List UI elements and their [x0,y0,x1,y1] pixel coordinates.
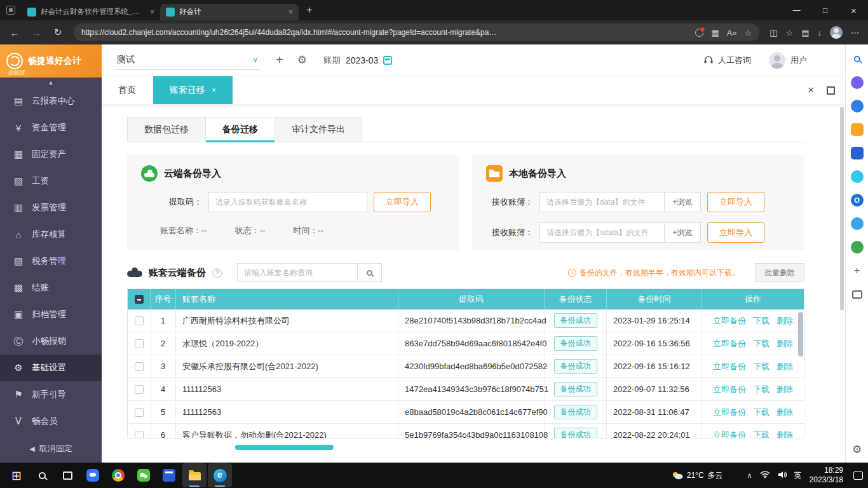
row-checkbox[interactable] [128,309,151,332]
wifi-icon[interactable] [760,471,770,480]
user-menu[interactable]: 用户 [769,52,807,69]
wechat-icon[interactable] [132,463,156,487]
backup-now-link[interactable]: 立即备份 [713,361,746,372]
delete-link[interactable]: 删除 [776,407,793,418]
download-link[interactable]: 下载 [753,315,770,327]
sidebar-unpin-button[interactable]: ◀ 取消固定 [0,435,102,463]
backup-now-link[interactable]: 立即备份 [713,430,746,439]
delete-link[interactable]: 删除 [776,338,793,349]
sidebar-scroll-up-icon[interactable]: ▲ [0,78,102,88]
browser-tab-1[interactable]: 好会计云财务软件管理系统_会计 × [22,4,160,20]
skype-icon[interactable] [850,170,865,184]
backup-now-link[interactable]: 立即备份 [713,407,746,418]
tab-close-icon[interactable]: × [288,8,293,17]
delete-link[interactable]: 删除 [776,430,793,439]
company-select[interactable]: 测试 ∨ [114,51,261,70]
favorites-icon[interactable]: ☆ [786,28,794,37]
notification-center-icon[interactable] [853,471,863,480]
rail-settings-icon[interactable]: ⚙ [850,442,865,456]
sdata-file-input[interactable] [539,222,664,243]
local-import-button[interactable]: 立即导入 [707,192,764,212]
backup-now-link[interactable]: 立即备份 [713,384,746,395]
close-page-icon[interactable]: × [808,84,814,97]
profile-avatar[interactable] [830,26,843,39]
apps-grid-icon[interactable]: ▦ [711,28,719,37]
send-icon[interactable] [850,217,865,231]
shopping-icon[interactable] [850,123,865,137]
tab-home[interactable]: 首页 [102,76,153,104]
select-all-checkbox[interactable] [128,289,151,309]
m365-icon[interactable] [850,146,865,160]
copilot-icon[interactable] [850,76,865,90]
collections-icon[interactable]: ▤ [801,28,809,37]
browse-button[interactable]: +浏览 [664,222,701,243]
tab-close-icon[interactable]: × [212,86,216,95]
task-view-button[interactable] [55,463,79,487]
drop-icon[interactable] [850,99,865,113]
sidebar-item-发票管理[interactable]: ▥发票管理 [0,194,102,221]
download-link[interactable]: 下载 [753,384,770,395]
data-file-input[interactable] [539,192,664,212]
file-explorer-icon[interactable] [182,463,207,487]
sidebar-item-基础设置[interactable]: ⚙基础设置 [0,355,102,381]
fullscreen-icon[interactable] [827,86,835,95]
batch-delete-button[interactable]: 批量删除 [755,263,804,282]
backup-now-link[interactable]: 立即备份 [713,315,746,327]
table-scrollbar[interactable] [798,312,803,356]
horizontal-scrollbar-thumb[interactable] [235,445,334,450]
row-checkbox[interactable] [128,401,151,423]
minimize-button[interactable]: — [782,0,811,20]
sidebar-item-固定资产[interactable]: ▦固定资产 [0,141,102,168]
backup-now-link[interactable]: 立即备份 [713,338,746,349]
sidebar-item-库存核算[interactable]: ⌂库存核算 [0,221,102,248]
tracking-alert-icon[interactable] [695,29,703,37]
add-favorite-icon[interactable]: ☆ [745,28,752,37]
sidebar-item-归档管理[interactable]: ▣归档管理 [0,301,102,328]
start-button[interactable]: ⊞ [4,463,29,487]
settings-gear-icon[interactable]: ⚙ [297,53,307,67]
add-tool-icon[interactable]: + [850,264,865,278]
tab-data-package-migrate[interactable]: 数据包迁移 [127,117,206,142]
close-button[interactable]: × [839,0,868,20]
backup-search-input[interactable] [237,263,358,282]
screenshot-icon[interactable] [850,287,865,301]
clock[interactable]: 18:29 2023/3/18 [810,466,843,485]
sidebar-item-资金管理[interactable]: ¥资金管理 [0,114,102,141]
chat-app-icon[interactable] [81,463,105,487]
refresh-button[interactable]: ↻ [48,27,67,38]
page-scrollbar-thumb[interactable] [840,107,844,310]
downloads-icon[interactable]: ↓ [818,28,822,37]
tray-expand-icon[interactable]: ∧ [747,471,752,480]
edge-icon[interactable] [208,463,232,487]
delete-link[interactable]: 删除 [776,315,793,327]
download-link[interactable]: 下载 [753,338,770,349]
sidebar-item-新手引导[interactable]: ⚑新手引导 [0,381,102,408]
designer-icon[interactable] [850,240,865,254]
row-checkbox[interactable] [128,332,151,355]
extract-code-input[interactable] [208,192,367,212]
tab-close-icon[interactable]: × [150,8,154,17]
download-link[interactable]: 下载 [753,430,770,439]
input-language[interactable]: 英 [794,470,802,481]
tab-account-migrate[interactable]: 账套迁移 × [153,76,233,104]
rail-search-icon[interactable] [850,52,865,66]
download-link[interactable]: 下载 [753,407,770,418]
sidebar-item-畅会员[interactable]: Ⅴ畅会员 [0,408,102,435]
workspaces-icon[interactable] [6,6,15,15]
forward-button[interactable]: → [27,27,46,38]
browse-button[interactable]: +浏览 [664,192,701,212]
sidebar-item-小畅报销[interactable]: Ⓒ小畅报销 [0,328,102,355]
chrome-icon[interactable] [106,463,130,487]
maximize-button[interactable]: □ [811,0,839,20]
cloud-import-button[interactable]: 立即导入 [374,192,431,212]
sidebar-item-云报表中心[interactable]: ▤云报表中心 [0,88,102,114]
sidebar-item-税务管理[interactable]: ▧税务管理 [0,248,102,274]
add-button[interactable]: + [276,53,283,67]
blue-app-icon[interactable] [157,463,181,487]
period-picker[interactable]: 账期 2023-03 [323,55,392,66]
sidebar-item-结账[interactable]: ▩结账 [0,274,102,301]
read-aloud-icon[interactable]: A» [727,28,737,37]
download-link[interactable]: 下载 [753,361,770,372]
more-menu-icon[interactable]: ⋯ [851,28,859,37]
weather-widget[interactable]: 21°C 多云 [672,470,723,481]
